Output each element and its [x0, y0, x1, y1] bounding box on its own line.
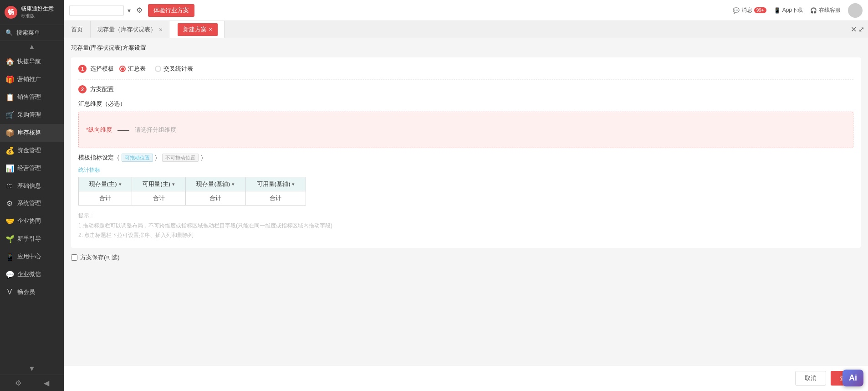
inventory-icon: 📦 [5, 129, 14, 137]
new-scheme-tab-btn[interactable]: 新建方案 × [178, 23, 218, 36]
col-arrow-3[interactable]: ▾ [292, 181, 295, 187]
cell-2: 合计 [185, 191, 245, 206]
industry-btn[interactable]: 体验行业方案 [148, 4, 194, 17]
sidebar-item-cooperation[interactable]: 🤝 企业协同 [0, 212, 64, 230]
online-service-btn[interactable]: 🎧 在线客服 [810, 6, 841, 14]
purchase-icon: 🛒 [5, 111, 14, 119]
sidebar-item-system[interactable]: ⚙ 系统管理 [0, 195, 64, 212]
appcenter-icon: 📱 [5, 252, 14, 261]
sidebar-scroll-up[interactable]: ▲ [0, 41, 64, 53]
ai-badge[interactable]: Ai [842, 370, 863, 386]
sidebar-collapse-btn[interactable]: ◀ [44, 379, 49, 387]
cancel-button[interactable]: 取消 [795, 371, 826, 386]
sidebar-settings-btn[interactable]: ⚙ [15, 379, 21, 387]
radio-cross[interactable]: 交叉统计表 [155, 65, 193, 73]
messages-btn[interactable]: 💬 消息 99+ [733, 6, 766, 14]
tab-close-all-btn[interactable]: ✕ [851, 25, 857, 34]
sidebar-item-quicknav[interactable]: 🏠 快捷导航 [0, 53, 64, 71]
cooperation-icon: 🤝 [5, 217, 14, 226]
sidebar-item-marketing[interactable]: 🎁 营销推广 [0, 71, 64, 88]
sidebar-item-basic[interactable]: 🗂 基础信息 [0, 177, 64, 195]
sidebar: 畅 畅康通好生意 标准版 🔍 搜索菜单 ▲ 🏠 快捷导航 🎁 营销推广 📋 销售… [0, 0, 64, 391]
stats-table: 现存量(主) ▾ 可用量(主) ▾ [78, 177, 306, 206]
home-icon: 🏠 [5, 57, 14, 66]
tab-new-scheme[interactable]: 新建方案 × [169, 21, 225, 38]
dimension-area[interactable]: *纵向维度 —— 请选择分组维度 [78, 112, 853, 148]
col-header-1[interactable]: 可用量(主) ▾ [132, 177, 185, 191]
topbar-search-input[interactable] [69, 5, 124, 16]
tab-inventory-close[interactable]: × [159, 26, 163, 33]
logo-text: 畅康通好生意 标准版 [21, 5, 54, 19]
phone-icon: 📱 [774, 7, 781, 14]
logo-icon: 畅 [5, 6, 17, 19]
user-avatar[interactable] [848, 3, 863, 18]
app-download-btn[interactable]: 📱 App下载 [774, 6, 803, 14]
col-header-2[interactable]: 现存量(基辅) ▾ [185, 177, 245, 191]
topbar-right: 💬 消息 99+ 📱 App下载 🎧 在线客服 [733, 3, 863, 18]
messages-badge: 99+ [754, 7, 766, 13]
tabbar-actions: ✕ ⤢ [851, 25, 868, 34]
content-area: 现存量(库存状况表)方案设置 1 选择模板 汇总表 交叉统计表 [64, 38, 868, 365]
metric-title: 模板指标设定（ 可拖动位置 ） 不可拖动位置 ） [78, 154, 206, 162]
col-arrow-0[interactable]: ▾ [119, 181, 122, 187]
dimension-placeholder: 请选择分组维度 [135, 126, 176, 134]
cell-0: 合计 [79, 191, 132, 206]
member-icon: V [5, 288, 14, 296]
col-header-0[interactable]: 现存量(主) ▾ [79, 177, 132, 191]
sidebar-item-sales[interactable]: 📋 销售管理 [0, 88, 64, 106]
sidebar-search[interactable]: 🔍 搜索菜单 [0, 25, 64, 41]
sidebar-item-purchase[interactable]: 🛒 采购管理 [0, 106, 64, 124]
sidebar-item-newuser[interactable]: 🌱 新手引导 [0, 230, 64, 248]
newuser-icon: 🌱 [5, 235, 14, 243]
basic-icon: 🗂 [5, 182, 14, 190]
col-header-3[interactable]: 可用量(基辅) ▾ [245, 177, 306, 191]
step2-label: 方案配置 [90, 85, 114, 93]
tab-home[interactable]: 首页 [64, 21, 91, 38]
topbar-dropdown-btn[interactable]: ▾ [128, 7, 131, 14]
tab-expand-btn[interactable]: ⤢ [858, 25, 864, 34]
topbar-settings-btn[interactable]: ⚙ [136, 6, 143, 15]
main-area: ▾ ⚙ 体验行业方案 💬 消息 99+ 📱 App下载 🎧 在线客服 首页 [64, 0, 868, 391]
sales-icon: 📋 [5, 93, 14, 102]
step1-label: 选择模板 [90, 65, 114, 73]
headset-icon: 🎧 [810, 7, 817, 14]
save-label: 方案保存(可选) [80, 253, 120, 262]
tab-inventory-status[interactable]: 现存量（库存状况表） × [91, 21, 169, 38]
col-arrow-2[interactable]: ▾ [232, 181, 235, 187]
save-checkbox[interactable] [71, 254, 77, 261]
radio-summary[interactable]: 汇总表 [119, 65, 146, 73]
tips-section: 提示： 1.拖动标题栏可以调整布局，不可跨维度或指标区域拖动栏目字段(只能在同一… [78, 211, 853, 241]
footer: 取消 查询 [64, 365, 868, 391]
sidebar-bottom: ⚙ ◀ [0, 375, 64, 391]
step2-number: 2 [78, 85, 87, 93]
template-options: 汇总表 交叉统计表 [119, 65, 193, 73]
topbar: ▾ ⚙ 体验行业方案 💬 消息 99+ 📱 App下载 🎧 在线客服 [64, 0, 868, 21]
sidebar-item-wechat[interactable]: 💬 企业微信 [0, 266, 64, 283]
sidebar-item-inventory[interactable]: 📦 库存核算 [0, 124, 64, 142]
search-icon: 🔍 [5, 29, 13, 36]
step2-header: 2 方案配置 [78, 85, 853, 93]
system-icon: ⚙ [5, 199, 14, 208]
col-arrow-1[interactable]: ▾ [172, 181, 175, 187]
step1-number: 1 [78, 65, 87, 73]
radio-cross-circle [155, 66, 161, 72]
step1-header: 1 选择模板 汇总表 交叉统计表 [78, 65, 853, 73]
sidebar-item-appcenter[interactable]: 📱 应用中心 [0, 248, 64, 266]
cell-1: 合计 [132, 191, 185, 206]
sidebar-item-operations[interactable]: 📊 经营管理 [0, 159, 64, 177]
finance-icon: 💰 [5, 146, 14, 155]
tabbar: 首页 现存量（库存状况表） × 新建方案 × ✕ ⤢ [64, 21, 868, 38]
sidebar-item-finance[interactable]: 💰 资金管理 [0, 142, 64, 159]
sidebar-item-member[interactable]: V 畅会员 [0, 283, 64, 301]
table-row: 合计 合计 合计 合计 [79, 191, 306, 206]
page-title: 现存量(库存状况表)方案设置 [71, 44, 861, 52]
cell-3: 合计 [245, 191, 306, 206]
dimension-required: *纵向维度 [86, 126, 112, 134]
tag-non-draggable: 不可拖动位置 [162, 154, 199, 162]
stats-label: 统计指标 [78, 166, 853, 174]
gift-icon: 🎁 [5, 75, 14, 84]
sidebar-nav: 🏠 快捷导航 🎁 营销推广 📋 销售管理 🛒 采购管理 📦 库存核算 💰 资金管… [0, 53, 64, 363]
app-logo: 畅 畅康通好生意 标准版 [0, 0, 64, 25]
wechat-icon: 💬 [5, 270, 14, 279]
sidebar-scroll-down[interactable]: ▼ [0, 363, 64, 375]
